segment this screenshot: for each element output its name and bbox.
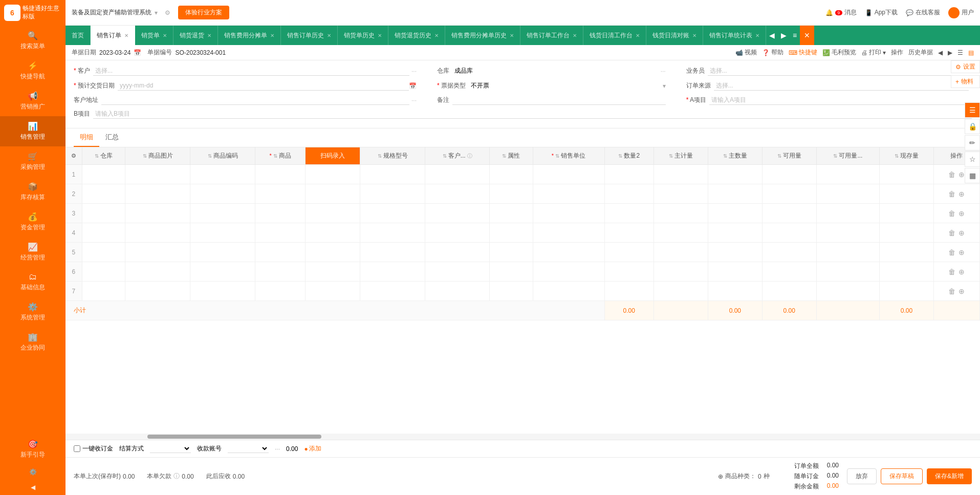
receipt-dots[interactable]: ··· (275, 445, 280, 453)
tab-close[interactable]: ✕ (573, 33, 577, 38)
a-project-input[interactable] (709, 95, 972, 105)
app-download-item[interactable]: 📱 App下载 (865, 8, 898, 17)
tab-sales-stats[interactable]: 销售订单统计表 ✕ (703, 26, 766, 45)
float-settings-btn[interactable]: ☰ (965, 102, 980, 118)
table-cell[interactable] (190, 165, 255, 184)
float-star-btn[interactable]: ☆ (965, 152, 980, 167)
table-cell[interactable] (880, 204, 934, 223)
table-cell[interactable] (880, 223, 934, 243)
table-cell[interactable] (255, 184, 306, 204)
table-cell[interactable] (880, 243, 934, 262)
table-cell[interactable] (708, 165, 762, 184)
table-cell[interactable] (255, 165, 306, 184)
copy-btn[interactable]: ⊕ (957, 190, 966, 198)
tab-close[interactable]: ✕ (755, 33, 759, 38)
table-cell[interactable] (533, 165, 604, 184)
operation-btn[interactable]: 操作 (891, 48, 903, 57)
copy-btn[interactable]: ⊕ (957, 209, 966, 218)
table-cell[interactable] (816, 223, 880, 243)
table-cell[interactable] (654, 165, 708, 184)
print-btn[interactable]: 🖨 打印 ▾ (861, 48, 886, 57)
one-click-checkbox[interactable] (74, 445, 80, 452)
table-cell[interactable] (816, 184, 880, 204)
sidebar-item-purchase[interactable]: 🛒 采购管理 (0, 146, 66, 177)
table-cell[interactable] (125, 165, 190, 184)
settings-icon[interactable]: ⚙ (165, 9, 170, 16)
table-wrapper[interactable]: ⚙ ⇅ 仓库 ⇅ 商品图片 ⇅ 商品编码 ⇅ 商品 扫码录入 ⇅ 规格型号 ⇅ … (66, 147, 980, 434)
table-cell[interactable] (125, 223, 190, 243)
copy-btn[interactable]: ⊕ (957, 268, 966, 276)
table-cell[interactable] (604, 184, 654, 204)
table-cell[interactable] (816, 243, 880, 262)
customer-address-input[interactable] (101, 95, 409, 105)
add-col-btn[interactable]: + 物料 (951, 75, 980, 88)
calendar-icon[interactable]: 📅 (134, 49, 141, 56)
tab-sales-refund[interactable]: 销货退货 ✕ (173, 26, 218, 45)
table-cell[interactable] (489, 165, 533, 184)
tab-detail[interactable]: 明细 (74, 128, 99, 147)
table-cell[interactable] (489, 282, 533, 301)
b-project-input[interactable] (93, 109, 972, 119)
table-cell[interactable] (82, 165, 125, 184)
table-cell[interactable] (190, 184, 255, 204)
delivery-date-input[interactable] (118, 81, 409, 91)
table-cell[interactable] (425, 184, 489, 204)
table-cell[interactable] (816, 282, 880, 301)
sidebar-item-baseinfo[interactable]: 🗂 基础信息 (0, 267, 66, 297)
notification-item[interactable]: 🔔 9 消息 (825, 8, 857, 17)
table-cell[interactable] (305, 262, 360, 282)
table-cell[interactable] (190, 204, 255, 223)
table-cell[interactable] (360, 243, 425, 262)
tab-cashier-daily[interactable]: 钱货日清工作台 ✕ (583, 26, 646, 45)
warehouse-expand-icon[interactable]: ··· (661, 68, 666, 75)
table-cell[interactable] (305, 184, 360, 204)
table-cell[interactable] (708, 184, 762, 204)
table-cell[interactable] (82, 223, 125, 243)
grid-view-btn[interactable]: ▤ (968, 49, 974, 56)
table-cell[interactable] (255, 204, 306, 223)
tab-sales-order-workbench[interactable]: 销售订单工作台 ✕ (520, 26, 583, 45)
table-cell[interactable] (425, 243, 489, 262)
dropdown-icon[interactable]: ▾ (155, 9, 158, 16)
table-cell[interactable] (82, 262, 125, 282)
copy-btn[interactable]: ⊕ (957, 287, 966, 295)
delete-btn[interactable]: 🗑 (947, 209, 957, 218)
tab-close[interactable]: ✕ (327, 33, 331, 38)
col-scan[interactable]: 扫码录入 (305, 147, 360, 165)
table-cell[interactable] (125, 204, 190, 223)
user-item[interactable]: 用户 (948, 7, 974, 18)
invoice-dropdown-icon[interactable]: ▾ (663, 82, 666, 90)
table-cell[interactable] (654, 243, 708, 262)
table-cell[interactable] (360, 282, 425, 301)
table-cell[interactable] (708, 223, 762, 243)
tab-sales-return[interactable]: 销货单 ✕ (135, 26, 173, 45)
sidebar-item-quicknav[interactable]: ⚡ 快捷导航 (0, 56, 66, 86)
sidebar-collapse[interactable]: ◀ (0, 480, 66, 495)
customer-input[interactable] (93, 66, 409, 76)
table-cell[interactable] (305, 165, 360, 184)
table-cell[interactable] (762, 262, 816, 282)
settings-quick-btn[interactable]: ⚙ 设置 (951, 60, 980, 73)
calendar-icon2[interactable]: 📅 (409, 82, 417, 90)
tab-sales-return-history[interactable]: 销货单历史 ✕ (338, 26, 388, 45)
list-view-btn[interactable]: ☰ (957, 49, 963, 56)
table-cell[interactable] (762, 165, 816, 184)
current-debt-icon[interactable]: ⓘ (173, 472, 180, 481)
table-cell[interactable] (305, 223, 360, 243)
sidebar-item-inventory[interactable]: 📦 库存核算 (0, 177, 66, 207)
table-cell[interactable] (425, 282, 489, 301)
table-cell[interactable] (489, 184, 533, 204)
table-cell[interactable] (604, 204, 654, 223)
product-count-icon[interactable]: ⊕ (718, 473, 723, 480)
tab-sales-order[interactable]: 销售订单 ✕ (91, 26, 135, 45)
table-cell[interactable] (880, 262, 934, 282)
receipt-select[interactable] (228, 444, 269, 453)
delete-btn[interactable]: 🗑 (947, 190, 957, 198)
table-cell[interactable] (533, 223, 604, 243)
tab-next-btn[interactable]: ▶ (778, 31, 790, 39)
table-cell[interactable] (425, 204, 489, 223)
date-value[interactable]: 2023-03-24 (99, 49, 130, 56)
table-cell[interactable] (816, 262, 880, 282)
table-cell[interactable] (305, 243, 360, 262)
sidebar-item-enterprise[interactable]: 🏢 企业协同 (0, 327, 66, 357)
